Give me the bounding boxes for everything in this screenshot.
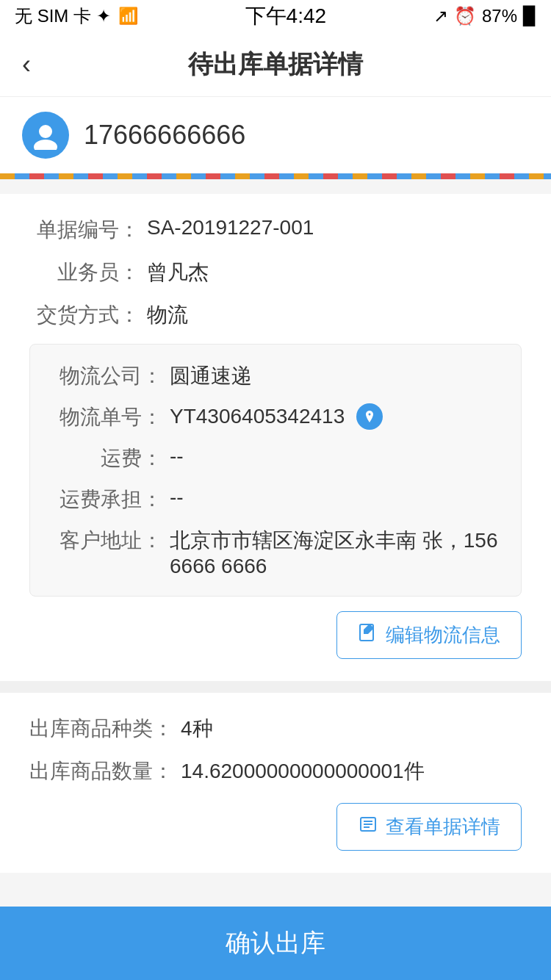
edit-logistics-label: 编辑物流信息 <box>386 622 500 648</box>
logistics-company-value: 圆通速递 <box>162 362 499 390</box>
back-button[interactable]: ‹ <box>22 49 31 80</box>
logistics-freight-bearer-value: -- <box>162 486 499 509</box>
edit-logistics-container: 编辑物流信息 <box>29 611 522 659</box>
product-quantity-row: 出库商品数量： 14.62000000000000001件 <box>29 757 522 785</box>
view-details-button[interactable]: 查看单据详情 <box>336 803 522 851</box>
logistics-freight-bearer-label: 运费承担： <box>52 486 162 514</box>
view-details-label: 查看单据详情 <box>386 814 500 840</box>
logistics-freight-row: 运费： -- <box>52 444 499 472</box>
product-type-label: 出库商品种类： <box>29 715 173 743</box>
svg-point-1 <box>34 140 57 150</box>
dashed-divider <box>0 173 551 179</box>
logistics-address-value: 北京市市辖区海淀区永丰南 张，156 6666 6666 <box>162 527 499 578</box>
product-type-value: 4种 <box>173 715 522 743</box>
logistics-section: 物流公司： 圆通速递 物流单号： YT4306405342413 运费： -- … <box>29 344 522 597</box>
sales-label: 业务员： <box>29 259 140 287</box>
edit-logistics-button[interactable]: 编辑物流信息 <box>336 611 522 659</box>
product-quantity-value: 14.62000000000000001件 <box>173 757 522 785</box>
page-title: 待出库单据详情 <box>188 48 363 82</box>
battery-level: 87% <box>482 6 517 26</box>
confirm-outbound-button[interactable]: 确认出库 <box>0 907 551 980</box>
document-number-label: 单据编号： <box>29 216 140 244</box>
document-number-value: SA-20191227-001 <box>140 216 522 239</box>
product-summary-section: 出库商品种类： 4种 出库商品数量： 14.62000000000000001件… <box>0 693 551 873</box>
status-left: 无 SIM 卡 ✦ 📶 <box>15 4 138 28</box>
logistics-tracking-label: 物流单号： <box>52 403 162 431</box>
product-type-row: 出库商品种类： 4种 <box>29 715 522 743</box>
view-details-container: 查看单据详情 <box>29 803 522 851</box>
logistics-company-label: 物流公司： <box>52 362 162 390</box>
sales-value: 曾凡杰 <box>140 259 522 287</box>
product-quantity-label: 出库商品数量： <box>29 757 173 785</box>
nav-bar: ‹ 待出库单据详情 <box>0 32 551 97</box>
customer-header: 17666666666 <box>0 97 551 173</box>
location-status-icon: ↗ <box>433 6 448 26</box>
delivery-value: 物流 <box>140 301 522 329</box>
sim-label: 无 SIM 卡 ✦ <box>15 4 111 28</box>
battery-icon: ▉ <box>523 6 536 26</box>
confirm-button-label: 确认出库 <box>226 926 325 960</box>
logistics-address-row: 客户地址： 北京市市辖区海淀区永丰南 张，156 6666 6666 <box>52 527 499 578</box>
wifi-icon: 📶 <box>118 7 138 26</box>
section-divider <box>0 681 551 693</box>
logistics-address-label: 客户地址： <box>52 527 162 555</box>
logistics-tracking-row: 物流单号： YT4306405342413 <box>52 403 499 431</box>
details-list-icon <box>358 814 378 840</box>
svg-point-0 <box>39 125 52 138</box>
logistics-tracking-value: YT4306405342413 <box>162 403 499 430</box>
status-bar: 无 SIM 卡 ✦ 📶 下午4:42 ↗ ⏰ 87% ▉ <box>0 0 551 32</box>
tracking-location-icon[interactable] <box>356 403 383 430</box>
alarm-icon: ⏰ <box>454 6 476 26</box>
logistics-freight-label: 运费： <box>52 444 162 472</box>
status-right: ↗ ⏰ 87% ▉ <box>433 6 536 26</box>
delivery-row: 交货方式： 物流 <box>29 301 522 329</box>
document-info-section: 单据编号： SA-20191227-001 业务员： 曾凡杰 交货方式： 物流 … <box>0 194 551 681</box>
edit-icon <box>358 622 378 648</box>
sales-row: 业务员： 曾凡杰 <box>29 259 522 287</box>
logistics-freight-bearer-row: 运费承担： -- <box>52 486 499 514</box>
logistics-freight-value: -- <box>162 444 499 468</box>
document-number-row: 单据编号： SA-20191227-001 <box>29 216 522 244</box>
customer-avatar <box>22 112 69 159</box>
logistics-company-row: 物流公司： 圆通速递 <box>52 362 499 390</box>
delivery-label: 交货方式： <box>29 301 140 329</box>
status-time: 下午4:42 <box>245 2 327 30</box>
customer-phone: 17666666666 <box>84 120 245 151</box>
